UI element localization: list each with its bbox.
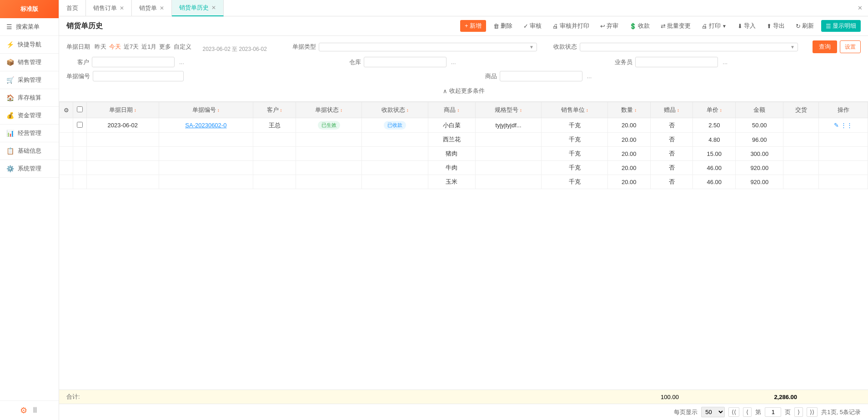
- col-goods[interactable]: 商品↕: [428, 102, 476, 118]
- date-filter: 单据日期 昨天 今天 近7天 近1月 更多 自定义: [66, 43, 191, 51]
- agent-input[interactable]: [635, 57, 718, 67]
- batch-change-button[interactable]: ⇄ 批量变更: [657, 20, 694, 32]
- last-page-btn[interactable]: ⟩⟩: [807, 407, 818, 417]
- export-icon: ⬆: [767, 23, 772, 30]
- export-button[interactable]: ⬆ 导出: [763, 20, 788, 32]
- tab-sales-order-close[interactable]: ✕: [120, 5, 124, 11]
- sidebar-item-search-menu[interactable]: ☰ 搜索菜单: [0, 18, 59, 36]
- cell-date: [87, 175, 159, 189]
- sidebar-item-operations[interactable]: 📊 经营管理: [0, 125, 59, 142]
- more-action-btn[interactable]: ⋮⋮: [841, 122, 853, 129]
- table-header-row: ⚙ 单据日期↕ 单据编号↕ 客户↕ 单据状态↕: [60, 102, 868, 118]
- page-size-select[interactable]: 50 100 200: [701, 407, 725, 417]
- sidebar-item-sales-mgmt[interactable]: 📦 销售管理: [0, 54, 59, 71]
- show-details-button[interactable]: ☰ 显示明细: [821, 20, 861, 32]
- edit-action-btn[interactable]: ✎: [834, 122, 839, 129]
- tab-sales-goods-close[interactable]: ✕: [160, 5, 164, 11]
- cell-collectstatus: [362, 147, 428, 161]
- cell-goods: 西兰花: [428, 133, 476, 147]
- sidebar-item-system[interactable]: ⚙️ 系统管理: [0, 160, 59, 178]
- sort-goods-icon: ↕: [457, 108, 459, 113]
- tab-sales-history-close[interactable]: ✕: [211, 5, 216, 11]
- audit-print-button[interactable]: 🖨 审核并打印: [549, 20, 593, 32]
- date-today[interactable]: 今天: [109, 43, 121, 51]
- customer-picker-btn[interactable]: ...: [177, 59, 186, 65]
- collect-button[interactable]: 💲 收款: [626, 20, 653, 32]
- date-7days[interactable]: 近7天: [124, 43, 139, 51]
- delete-button[interactable]: 🗑 删除: [490, 20, 516, 32]
- col-collectstatus[interactable]: 收款状态↕: [362, 102, 428, 118]
- date-1month[interactable]: 近1月: [141, 43, 156, 51]
- print-icon: 🖨: [702, 23, 707, 30]
- collect-status-label: 收款状态: [553, 43, 577, 51]
- sidebar-item-quick-nav[interactable]: ⚡ 快捷导航: [0, 36, 59, 54]
- next-page-btn[interactable]: ⟩: [794, 407, 803, 417]
- first-page-btn[interactable]: ⟨⟨: [728, 407, 739, 417]
- col-unitprice[interactable]: 单价↕: [693, 102, 736, 118]
- cell-customer: [253, 133, 296, 147]
- filter-settings-button[interactable]: 设置: [840, 40, 861, 53]
- sort-unitprice-icon: ↕: [720, 108, 722, 113]
- collect-status-select[interactable]: ▼: [580, 43, 798, 51]
- tab-sales-goods[interactable]: 销货单 ✕: [132, 0, 172, 16]
- tab-sales-order[interactable]: 销售订单 ✕: [86, 0, 132, 16]
- cell-gift: 否: [650, 147, 693, 161]
- tab-home[interactable]: 首页: [59, 0, 86, 16]
- col-docstatus[interactable]: 单据状态↕: [296, 102, 362, 118]
- doc-no-link[interactable]: SA-20230602-0: [185, 122, 226, 129]
- page-title: 销货单历史: [66, 21, 103, 31]
- cell-qty: 20.00: [607, 118, 650, 133]
- sidebar-item-purchase-mgmt[interactable]: 🛒 采购管理: [0, 71, 59, 89]
- select-all-checkbox[interactable]: [77, 106, 83, 112]
- doc-type-select[interactable]: ▼: [319, 43, 537, 51]
- refresh-button[interactable]: ↻ 刷新: [792, 20, 818, 32]
- col-unit[interactable]: 销售单位↕: [542, 102, 608, 118]
- date-more[interactable]: 更多: [159, 43, 171, 51]
- new-button[interactable]: + 新增: [460, 20, 486, 32]
- discard-button[interactable]: ↩ 弃审: [597, 20, 622, 32]
- collapse-sidebar-icon[interactable]: ⏸: [31, 405, 39, 415]
- main-content: 首页 销售订单 ✕ 销货单 ✕ 销货单历史 ✕ ✕ 销货单历史 + 新增 🗑 删…: [59, 0, 868, 420]
- col-action: 操作: [819, 102, 868, 118]
- tab-close-all[interactable]: ✕: [852, 5, 868, 11]
- col-docno[interactable]: 单据编号↕: [159, 102, 253, 118]
- col-customer[interactable]: 客户↕: [253, 102, 296, 118]
- collapse-filter-btn[interactable]: ∧ 收起更多条件: [66, 85, 861, 97]
- sidebar-item-inventory[interactable]: 🏠 库存核算: [0, 89, 59, 107]
- import-button[interactable]: ⬇ 导入: [734, 20, 759, 32]
- batch-icon: ⇄: [661, 23, 666, 30]
- query-button[interactable]: 查询: [813, 40, 837, 53]
- print-dropdown-icon: ▼: [722, 24, 727, 29]
- cell-date: 2023-06-02: [87, 118, 159, 133]
- filter-row-3: 单据编号 商品 ...: [66, 71, 861, 81]
- col-qty[interactable]: 数量↕: [607, 102, 650, 118]
- docno-input[interactable]: [93, 71, 184, 81]
- sidebar-item-basic-info[interactable]: 📋 基础信息: [0, 142, 59, 160]
- warehouse-picker-btn[interactable]: ...: [449, 59, 458, 65]
- audit-button[interactable]: ✓ 审核: [520, 20, 545, 32]
- cell-gift: 否: [650, 161, 693, 175]
- date-yesterday[interactable]: 昨天: [95, 43, 106, 51]
- agent-picker-btn[interactable]: ...: [721, 59, 729, 65]
- date-custom[interactable]: 自定义: [174, 43, 191, 51]
- customer-input[interactable]: [92, 57, 175, 67]
- cell-unitprice: 46.00: [693, 161, 736, 175]
- cell-amount: 300.00: [736, 147, 783, 161]
- row-checkbox[interactable]: [77, 122, 83, 128]
- sidebar-item-finance[interactable]: 💰 资金管理: [0, 107, 59, 125]
- goods-input[interactable]: [500, 71, 582, 81]
- tab-sales-history[interactable]: 销货单历史 ✕: [172, 0, 224, 16]
- page-number-input[interactable]: [765, 407, 781, 417]
- col-date[interactable]: 单据日期↕: [87, 102, 159, 118]
- warehouse-input[interactable]: [364, 57, 447, 67]
- print-button[interactable]: 🖨 打印 ▼: [698, 20, 730, 32]
- cell-action: [819, 175, 868, 189]
- footer-total-amount: 2,286.00: [752, 394, 797, 400]
- col-gift[interactable]: 赠品↕: [650, 102, 693, 118]
- settings-bottom-icon[interactable]: ⚙: [20, 405, 27, 415]
- col-gear[interactable]: ⚙: [60, 102, 73, 118]
- cell-gear: [60, 147, 73, 161]
- goods-picker-btn[interactable]: ...: [585, 73, 594, 80]
- col-spec[interactable]: 规格型号↕: [475, 102, 542, 118]
- prev-page-btn[interactable]: ⟨: [743, 407, 752, 417]
